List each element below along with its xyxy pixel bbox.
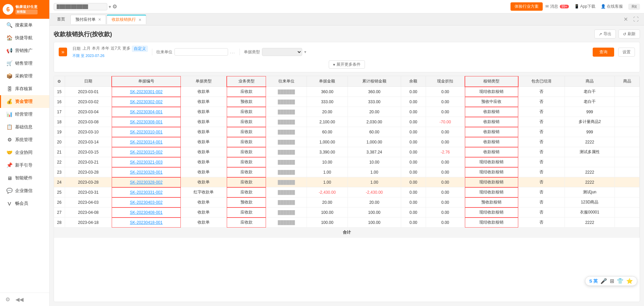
col-writeoff[interactable]: 累计核销金额 xyxy=(347,76,401,87)
sidebar-footer: ⚙ ◀◀ xyxy=(0,293,49,306)
tab-receipt-close[interactable]: × xyxy=(139,17,141,22)
sidebar-item-inventory[interactable]: 🗄 库存核算 xyxy=(0,82,49,95)
settings-btn[interactable]: 设置 xyxy=(618,48,635,57)
col-amount[interactable]: 单据金额 xyxy=(307,76,347,87)
doc-link[interactable]: SK-20230328-001 xyxy=(130,170,162,175)
partner-dots[interactable]: ... xyxy=(230,50,235,54)
cell-partner: ██████ xyxy=(266,157,307,167)
cell-no: 20 xyxy=(54,137,65,147)
sidebar-item-hardware[interactable]: 🖥 智能硬件 xyxy=(0,172,49,184)
sidebar-item-quick[interactable]: 🏠 快捷导航 xyxy=(0,32,49,44)
doc-link[interactable]: SK-20230403-002 xyxy=(130,200,162,205)
doc-link[interactable]: SK-20230331-002 xyxy=(130,190,162,195)
service-area[interactable]: 👤 在线客服 xyxy=(601,4,623,9)
query-btn[interactable]: 查询 xyxy=(593,48,614,57)
export-btn[interactable]: ↗ 导出 xyxy=(594,29,616,39)
col-date[interactable]: 日期 xyxy=(65,76,112,87)
partner-input[interactable] xyxy=(174,48,228,56)
mic-icon[interactable]: 🎤 xyxy=(600,278,607,284)
basic-icon: 📋 xyxy=(6,124,12,130)
doc-link[interactable]: SK-20230308-001 xyxy=(130,120,162,124)
tab-home-label: 首页 xyxy=(57,16,65,22)
sidebar-item-wechat[interactable]: 💬 企业微信 xyxy=(0,184,49,197)
cell-goods1: 老白干 xyxy=(565,97,615,107)
col-discount[interactable]: 现金折扣 xyxy=(426,76,465,87)
col-docno[interactable]: 单据编号 xyxy=(112,76,180,87)
more-dates-btn[interactable]: 更多 xyxy=(122,46,130,52)
col-goods1[interactable]: 商品 xyxy=(565,76,615,87)
sidebar-item-basic[interactable]: 📋 基础信息 xyxy=(0,121,49,133)
this-month-btn[interactable]: 本月 xyxy=(92,46,100,52)
cell-included: 否 xyxy=(518,107,565,117)
col-verifytype[interactable]: 核销类型 xyxy=(465,76,518,87)
doc-link[interactable]: SK-20230314-001 xyxy=(130,140,162,144)
cell-no: 22 xyxy=(54,157,65,167)
doc-link[interactable]: SK-20230304-001 xyxy=(130,110,162,114)
sidebar-item-corp[interactable]: 🤝 企业协同 xyxy=(0,146,49,159)
doc-link[interactable]: SK-20230418-001 xyxy=(130,220,162,225)
col-partner[interactable]: 往来单位 xyxy=(266,76,307,87)
tab-prepay[interactable]: 预付应付单 × xyxy=(70,15,106,24)
col-setting[interactable]: ⚙ xyxy=(54,76,65,87)
topbar-search-input[interactable] xyxy=(54,3,107,10)
close-all-icon[interactable]: ✕ xyxy=(621,16,631,22)
tab-home[interactable]: 首页 xyxy=(52,15,70,24)
last-7-days-btn[interactable]: 近7天 xyxy=(111,46,121,52)
tab-receipt[interactable]: 收款核销执行 × xyxy=(107,15,146,24)
doctype-select[interactable] xyxy=(262,48,302,56)
doc-link[interactable]: SK-20230328-002 xyxy=(130,180,162,185)
grid-icon[interactable]: ⊞ xyxy=(610,278,614,284)
cell-writeoff: -2,430.00 xyxy=(347,187,401,197)
filter-expand-btn[interactable]: » xyxy=(59,48,67,56)
tab-bar: 首页 预付应付单 × 收款核销执行 × ✕ ⛶ xyxy=(50,13,644,25)
filter-row: » 日期 上月 本月 本年 近7天 更多 自定义 不限 至 2023-0 xyxy=(59,46,635,58)
doc-link[interactable]: SK-20230315-002 xyxy=(130,150,162,155)
message-area[interactable]: ✉ 消息 99+ xyxy=(545,4,569,9)
sidebar-item-guide[interactable]: 📌 新手引导 xyxy=(0,159,49,172)
table-row: 24 2023-03-28 SK-20230328-002 收款单 应收款 ██… xyxy=(54,177,640,187)
sidebar-item-system[interactable]: ⚙ 系统管理 xyxy=(0,133,49,146)
col-goods2[interactable]: 商品 xyxy=(615,76,640,87)
gear-icon[interactable]: ⚙ xyxy=(112,3,117,10)
cell-doctype: 收款单 xyxy=(181,147,227,157)
sidebar-item-finance[interactable]: 💰 资金管理 xyxy=(0,95,49,108)
sidebar-item-sales[interactable]: 🛒 销售管理 xyxy=(0,57,49,70)
col-biztype[interactable]: 业务类型 xyxy=(227,76,266,87)
sidebar-item-label: 销售管理 xyxy=(15,60,33,66)
this-year-btn[interactable]: 本年 xyxy=(101,46,109,52)
sidebar-item-operation[interactable]: 📊 经营管理 xyxy=(0,108,49,121)
expand-icon[interactable]: ⛶ xyxy=(631,16,641,22)
sidebar-item-label: 搜索菜单 xyxy=(15,22,33,28)
sidebar-item-member[interactable]: V 畅会员 xyxy=(0,197,49,210)
refresh-btn[interactable]: ↺ 刷新 xyxy=(619,29,640,39)
collapse-icon[interactable]: ◀◀ xyxy=(15,296,23,303)
user-name[interactable]: Rit xyxy=(628,4,640,10)
dropdown-icon[interactable]: ▾ xyxy=(109,4,111,9)
doc-link[interactable]: SK-20230321-003 xyxy=(130,160,162,165)
table-container[interactable]: ⚙ 日期 单据编号 单据类型 业务类型 往来单位 单据金额 累计核销金额 余额 … xyxy=(54,76,640,302)
tab-prepay-close[interactable]: × xyxy=(98,17,101,22)
doc-link[interactable]: SK-20230302-002 xyxy=(130,100,162,104)
last-month-btn[interactable]: 上月 xyxy=(83,46,91,52)
message-badge: 99+ xyxy=(560,5,569,8)
sidebar-item-purchase[interactable]: 📦 采购管理 xyxy=(0,70,49,82)
cell-docno: SK-20230310-001 xyxy=(112,127,180,137)
doctype-dropdown-icon[interactable]: ▾ xyxy=(304,50,306,54)
shirt-icon[interactable]: 👕 xyxy=(617,278,624,284)
doc-link[interactable]: SK-20230408-001 xyxy=(130,210,162,215)
expand-more-btn[interactable]: ▾ 展开更多条件 xyxy=(329,60,365,69)
doc-link[interactable]: SK-20230301-002 xyxy=(130,89,162,94)
col-doctype[interactable]: 单据类型 xyxy=(181,76,227,87)
sidebar-item-marketing[interactable]: 📢 营销推广 xyxy=(0,44,49,57)
cell-included: 否 xyxy=(518,207,565,218)
sidebar-item-search[interactable]: 🔍 搜索菜单 xyxy=(0,19,49,32)
col-included[interactable]: 包含已结清 xyxy=(518,76,565,87)
app-download-area[interactable]: 📱 App下载 xyxy=(574,4,595,9)
col-balance[interactable]: 余额 xyxy=(401,76,426,87)
industry-btn[interactable]: 体验行业方案 xyxy=(511,2,543,11)
custom-date-btn[interactable]: 自定义 xyxy=(132,46,148,52)
cell-doctype: 收款单 xyxy=(181,137,227,147)
settings-icon[interactable]: ⚙ xyxy=(5,296,10,303)
doc-link[interactable]: SK-20230310-001 xyxy=(130,130,162,134)
star-icon[interactable]: ⭐ xyxy=(626,278,633,284)
